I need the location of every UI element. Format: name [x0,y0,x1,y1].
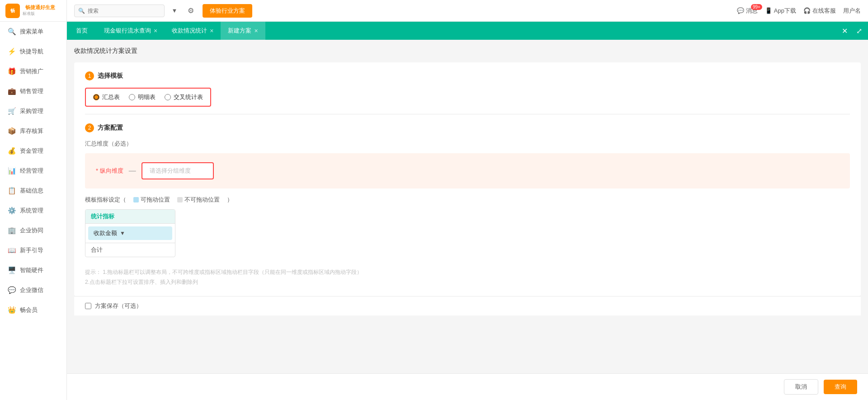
sidebar-label-sales: 销售管理 [20,87,43,95]
sidebar-icon-quick-nav: ⚡ [7,47,16,56]
sidebar: 畅 畅捷通好生意 标准版 🔍搜索菜单⚡快捷导航🎁营销推广💼销售管理🛒采购管理📦库… [0,0,67,400]
notification-area[interactable]: 💬 消息 99+ [737,7,758,15]
sidebar-item-inventory[interactable]: 📦库存核算 [0,121,66,141]
sidebar-nav: 🔍搜索菜单⚡快捷导航🎁营销推广💼销售管理🛒采购管理📦库存核算💰资金管理📊经营管理… [0,22,66,320]
vertical-dim-label: * 纵向维度 [96,167,123,175]
stat-indicators-label: 统计指标 [85,210,175,224]
main-card: 1 选择模板 汇总表明细表交叉统计表 2 方案配置 汇总维度（必选） * 纵向维… [74,62,861,296]
sidebar-icon-sales: 💼 [7,87,16,96]
tabbar-actions: ✕ ⤢ [835,25,868,36]
tip-1: 2.点击标题栏下拉可设置排序、插入列和删除列 [85,278,850,287]
sidebar-icon-basics: 📋 [7,186,16,195]
sidebar-item-purchase[interactable]: 🛒采购管理 [0,101,66,121]
sidebar-label-inventory: 库存核算 [20,127,43,135]
close-tab-icon[interactable]: ✕ [839,25,850,36]
sidebar-icon-inventory: 📦 [7,127,16,136]
tip-0: 提示： 1.拖动标题栏可以调整布局，不可跨维度或指标区域拖动栏目字段（只能在同一… [85,268,850,278]
service-area[interactable]: 🎧 在线客服 [803,7,836,15]
search-input[interactable] [88,8,151,14]
sidebar-item-operations[interactable]: 📊经营管理 [0,161,66,181]
sidebar-item-hardware[interactable]: 🖥️智能硬件 [0,260,66,280]
tab-label-new-plan: 新建方案 [228,27,251,35]
sidebar-label-system: 系统管理 [20,207,43,215]
sidebar-item-guide[interactable]: 📖新手引导 [0,240,66,260]
draggable-badge: 可拖动位置 [133,196,170,204]
sidebar-icon-operations: 📊 [7,166,16,175]
dropdown-icon[interactable]: ▼ [170,6,179,15]
radio-group: 汇总表明细表交叉统计表 [93,93,203,101]
tab-home[interactable]: 首页 [67,22,97,40]
sidebar-icon-marketing: 🎁 [7,67,16,76]
cancel-button[interactable]: 取消 [784,379,818,395]
section2-header: 2 方案配置 [85,123,850,132]
sidebar-item-basics[interactable]: 📋基础信息 [0,181,66,201]
logo-area: 畅 畅捷通好生意 标准版 [0,0,66,22]
page-content: 收款情况统计方案设置 1 选择模板 汇总表明细表交叉统计表 2 方案配置 汇总维… [67,40,868,373]
nondraggable-dot [177,197,183,202]
radio-summary[interactable]: 汇总表 [93,93,120,101]
indicator-section: 模板指标设定（ 可拖动位置 不可拖动位置 ） 统计指标 [85,196,850,259]
sidebar-icon-purchase: 🛒 [7,107,16,116]
radio-label-summary: 汇总表 [102,93,120,101]
tab-receipts[interactable]: 收款情况统计× [165,22,221,40]
search-icon: 🔍 [78,8,85,14]
sidebar-item-marketing[interactable]: 🎁营销推广 [0,61,66,81]
dim-select[interactable]: 请选择分组维度 [142,162,214,179]
search-box[interactable]: 🔍 [74,5,165,17]
sidebar-item-finance[interactable]: 💰资金管理 [0,141,66,161]
sidebar-item-wechat[interactable]: 💬企业微信 [0,280,66,300]
dimension-area: * 纵向维度 — 请选择分组维度 [85,153,850,188]
tab-close-new-plan[interactable]: × [254,27,258,34]
sidebar-icon-guide: 📖 [7,246,16,255]
tab-cash-flow[interactable]: 现金银行流水查询× [97,22,165,40]
sidebar-label-guide: 新手引导 [20,246,43,254]
save-plan-checkbox[interactable] [85,303,91,309]
sidebar-label-search-menu: 搜索菜单 [20,28,43,36]
sidebar-item-system[interactable]: ⚙️系统管理 [0,201,66,221]
radio-label-crosstab: 交叉统计表 [174,93,203,101]
sidebar-label-marketing: 营销推广 [20,67,43,75]
radio-input-summary[interactable] [93,94,99,100]
download-area[interactable]: 📱 App下载 [765,7,796,15]
gear-icon[interactable]: ⚙ [184,5,197,17]
sidebar-icon-collab: 🏢 [7,226,16,235]
user-area[interactable]: 用户名 [843,7,861,15]
sidebar-item-search-menu[interactable]: 🔍搜索菜单 [0,22,66,42]
sidebar-label-basics: 基础信息 [20,187,43,195]
trial-button[interactable]: 体验行业方案 [203,4,252,18]
section2: 2 方案配置 汇总维度（必选） * 纵向维度 — 请选择分组维度 模板指标设定（ [85,123,850,287]
tab-new-plan[interactable]: 新建方案× [221,22,265,40]
sidebar-item-member[interactable]: 👑畅会员 [0,300,66,320]
footer-section: 方案保存（可选） [74,296,861,315]
section1-title: 选择模板 [98,72,123,80]
indicator-tag-text: 收款金额 [94,229,117,237]
tab-close-receipts[interactable]: × [210,27,213,34]
sidebar-icon-hardware: 🖥️ [7,266,16,275]
radio-input-detail[interactable] [129,94,135,100]
sidebar-label-quick-nav: 快捷导航 [20,47,43,56]
save-plan-label: 方案保存（可选） [95,302,142,310]
logo-icon: 畅 [5,4,20,18]
sidebar-label-member: 畅会员 [20,306,38,314]
tab-label-home: 首页 [76,27,88,35]
topbar-right: 💬 消息 99+ 📱 App下载 🎧 在线客服 用户名 [737,7,861,15]
dimension-row: * 纵向维度 — 请选择分组维度 [96,162,839,179]
radio-crosstab[interactable]: 交叉统计表 [165,93,203,101]
sidebar-label-hardware: 智能硬件 [20,266,43,274]
sidebar-item-collab[interactable]: 🏢企业协同 [0,221,66,240]
tab-close-cash-flow[interactable]: × [154,27,157,34]
tab-label-receipts: 收款情况统计 [172,27,207,35]
radio-detail[interactable]: 明细表 [129,93,156,101]
indicator-header: 模板指标设定（ 可拖动位置 不可拖动位置 ） [85,196,850,204]
sidebar-label-collab: 企业协同 [20,226,43,235]
section2-title: 方案配置 [98,124,123,132]
sidebar-icon-search-menu: 🔍 [7,27,16,36]
radio-input-crosstab[interactable] [165,94,171,100]
indicator-tag-dropdown[interactable]: ▼ [120,230,125,236]
query-button[interactable]: 查询 [824,380,857,394]
arrow-icon: — [129,167,136,175]
sidebar-item-quick-nav[interactable]: ⚡快捷导航 [0,42,66,61]
sidebar-item-sales[interactable]: 💼销售管理 [0,81,66,101]
maximize-icon[interactable]: ⤢ [854,25,864,36]
section2-num: 2 [85,123,94,132]
